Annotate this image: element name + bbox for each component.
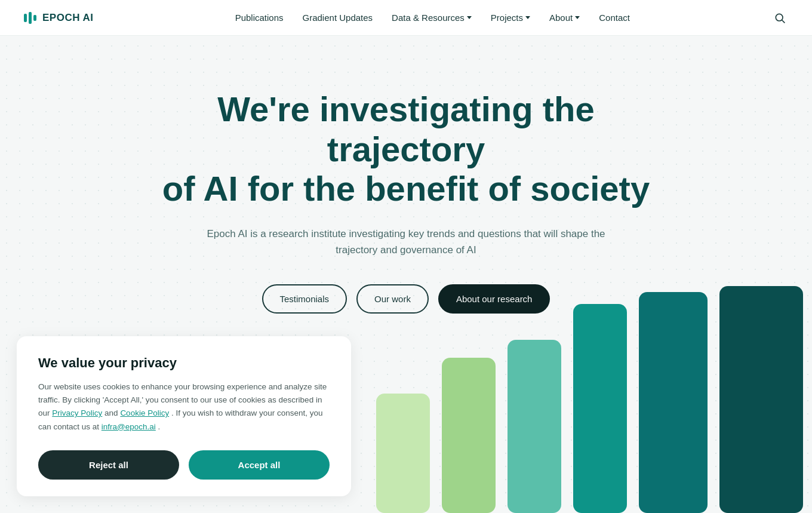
svg-rect-5 [573,304,627,513]
svg-rect-4 [508,340,561,513]
testimonials-button[interactable]: Testimonials [262,284,347,314]
cookie-policy-link[interactable]: Cookie Policy [120,408,169,417]
nav-gradient-updates[interactable]: Gradient Updates [303,13,373,23]
nav-about[interactable]: About [549,13,580,23]
cookie-buttons: Reject all Accept all [38,450,330,480]
hero-section: We're investigating the trajectory of AI… [0,36,812,314]
cookie-body: Our website uses cookies to enhance your… [38,380,330,434]
chart-illustration [358,286,812,513]
chevron-down-icon [575,16,580,19]
svg-rect-6 [639,292,708,513]
nav-publications[interactable]: Publications [235,13,284,23]
svg-rect-7 [719,286,803,513]
nav-data-resources[interactable]: Data & Resources [392,13,472,23]
hero-title: We're investigating the trajectory of AI… [137,90,675,209]
svg-line-1 [782,20,785,23]
svg-rect-2 [376,394,430,513]
nav-links: Publications Gradient Updates Data & Res… [235,13,630,23]
cookie-title: We value your privacy [38,355,330,371]
email-link[interactable]: infra@epoch.ai [102,422,156,431]
logo-link[interactable]: EPOCH AI [24,12,94,24]
reject-all-button[interactable]: Reject all [38,450,179,480]
nav-contact[interactable]: Contact [599,13,630,23]
svg-rect-3 [442,358,496,513]
cookie-banner: We value your privacy Our website uses c… [17,336,351,496]
chevron-down-icon [467,16,472,19]
hero-subtitle: Epoch AI is a research institute investi… [203,226,609,258]
logo-icon [24,12,36,24]
search-button[interactable] [771,10,788,26]
svg-point-0 [776,14,783,21]
chevron-down-icon [525,16,530,19]
logo-text: EPOCH AI [42,12,94,24]
accept-all-button[interactable]: Accept all [189,450,330,480]
nav-projects[interactable]: Projects [491,13,530,23]
privacy-policy-link[interactable]: Privacy Policy [52,408,102,417]
chart-svg [358,286,812,513]
navigation: EPOCH AI Publications Gradient Updates D… [0,0,812,36]
search-icon [774,12,786,24]
